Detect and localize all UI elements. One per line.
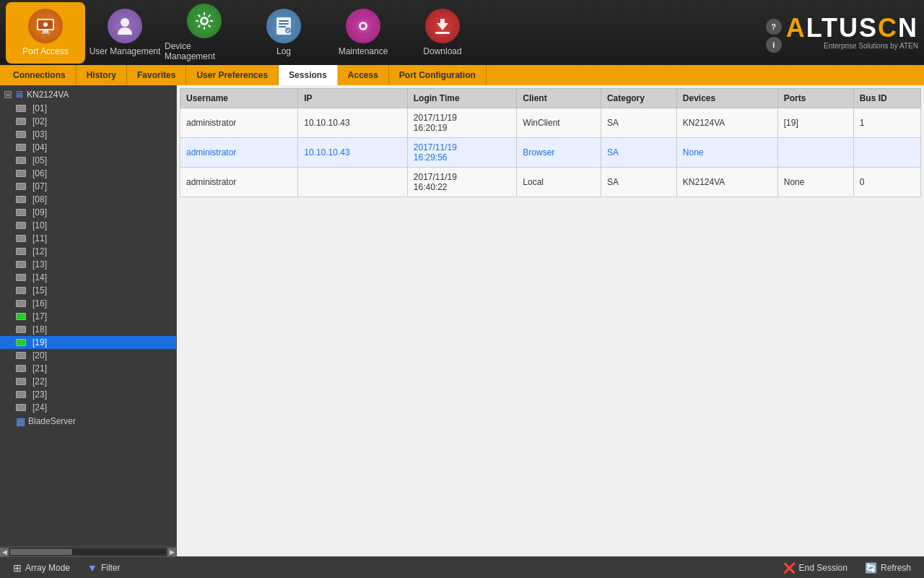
svg-rect-4 [41,33,50,34]
cell-bus-id: 0 [853,168,920,197]
col-header-busid: Bus ID [853,89,920,108]
sidebar-port-16[interactable]: [16] [0,297,176,310]
toolbar-port-access[interactable]: Port Access [6,2,85,64]
sidebar-port-22[interactable]: [22] [0,375,176,388]
log-icon [266,9,301,43]
user-mgmt-icon [108,9,142,43]
port-monitor-icon [16,235,26,242]
sidebar-port-10[interactable]: [10] [0,219,176,232]
sidebar: − 🖥 KN2124VA [01][02][03][04][05][06][07… [0,85,177,556]
nav-tabs: Connections History Favorites User Prefe… [0,65,924,85]
port-monitor-icon [16,183,26,190]
table-row[interactable]: administrator2017/11/1916:40:22LocalSAKN… [180,168,921,197]
scroll-right-btn[interactable]: ▶ [167,548,176,556]
sidebar-port-24[interactable]: [24] [0,401,176,414]
port-label: [24] [32,402,47,413]
sidebar-port-04[interactable]: [04] [0,141,176,154]
sidebar-root-device[interactable]: − 🖥 KN2124VA [0,87,176,102]
svg-point-5 [121,18,129,27]
toolbar-download[interactable]: Download [403,2,482,64]
sidebar-port-20[interactable]: [20] [0,349,176,362]
port-monitor-icon [16,404,26,411]
cell-login-time: 2017/11/1916:40:22 [407,168,517,197]
refresh-label: Refresh [881,563,911,573]
sidebar-port-17[interactable]: [17] [0,310,176,323]
sidebar-port-15[interactable]: [15] [0,284,176,297]
help-button[interactable]: ? [766,19,782,35]
scroll-left-btn[interactable]: ◀ [0,548,9,556]
sidebar-port-05[interactable]: [05] [0,154,176,167]
port-monitor-icon [16,261,26,268]
sidebar-blade-server[interactable]: ▦ BladeServer [0,414,176,428]
filter-label: Filter [101,563,121,573]
sidebar-port-09[interactable]: [09] [0,206,176,219]
port-monitor-icon [16,144,26,151]
tab-sessions[interactable]: Sessions [279,65,338,85]
cell-username: administrator [180,108,298,138]
table-row[interactable]: administrator10.10.10.432017/11/1916:29:… [180,138,921,168]
brand-tagline: Enterprise Solutions by ATEN [824,42,918,50]
col-header-ports: Ports [777,89,853,108]
cell-devices[interactable]: None [676,138,777,168]
sessions-table-wrapper: Username IP Login Time Client Category D… [177,85,924,556]
refresh-icon: 🔄 [865,562,877,574]
collapse-icon[interactable]: − [4,91,12,98]
info-button[interactable]: i [766,37,782,53]
sidebar-port-23[interactable]: [23] [0,388,176,401]
toolbar-device-management[interactable]: Device Management [165,2,244,64]
cell-client[interactable]: Browser [517,138,601,168]
filter-icon: ▼ [87,562,97,574]
svg-marker-16 [437,19,448,30]
cell-username[interactable]: administrator [180,138,298,168]
port-monitor-icon [16,105,26,112]
port-label: [07] [32,181,47,191]
port-label: [04] [32,142,47,152]
cell-category[interactable]: SA [601,138,676,168]
brand-logo-area: ALTUSCN Enterprise Solutions by ATEN [786,13,918,50]
tab-port-configuration[interactable]: Port Configuration [389,65,487,85]
toolbar-log[interactable]: Log [244,2,323,64]
maintenance-icon [346,9,380,43]
port-label: [02] [32,116,47,126]
sessions-table: Username IP Login Time Client Category D… [180,88,921,197]
sidebar-port-19[interactable]: [19] [0,336,176,349]
port-label: [11] [32,233,47,243]
toolbar-maintenance[interactable]: Maintenance [323,2,403,64]
port-monitor-icon [16,274,26,281]
sidebar-port-14[interactable]: [14] [0,271,176,284]
sidebar-port-11[interactable]: [11] [0,232,176,245]
device-mgmt-icon [187,4,222,38]
main-area: − 🖥 KN2124VA [01][02][03][04][05][06][07… [0,85,924,556]
array-mode-button[interactable]: ⊞ Array Mode [9,560,74,576]
tab-connections[interactable]: Connections [3,65,77,85]
log-label: Log [276,46,291,56]
sidebar-port-18[interactable]: [18] [0,323,176,336]
sidebar-port-03[interactable]: [03] [0,128,176,141]
sidebar-port-13[interactable]: [13] [0,258,176,271]
port-label: [20] [32,350,47,361]
sidebar-port-21[interactable]: [21] [0,362,176,375]
col-header-devices: Devices [676,89,777,108]
tab-history[interactable]: History [77,65,127,85]
end-session-button[interactable]: ❌ End Session [779,560,852,576]
svg-rect-9 [279,20,289,22]
sidebar-port-07[interactable]: [07] [0,180,176,193]
filter-button[interactable]: ▼ Filter [83,560,125,576]
refresh-button[interactable]: 🔄 Refresh [860,560,915,576]
port-label: [18] [32,324,47,335]
table-row[interactable]: administrator10.10.10.432017/11/1916:20:… [180,108,921,138]
tab-favorites[interactable]: Favorites [127,65,186,85]
tab-access[interactable]: Access [338,65,389,85]
sidebar-port-02[interactable]: [02] [0,115,176,128]
sidebar-port-08[interactable]: [08] [0,193,176,206]
cell-ports: [19] [777,108,853,138]
sidebar-port-01[interactable]: [01] [0,102,176,115]
port-label: [15] [32,285,47,296]
tab-user-preferences[interactable]: User Preferences [186,65,279,85]
col-header-username: Username [180,89,298,108]
cell-ip[interactable]: 10.10.10.43 [298,138,408,168]
sidebar-port-06[interactable]: [06] [0,167,176,180]
sidebar-port-12[interactable]: [12] [0,245,176,258]
svg-rect-11 [279,26,286,27]
toolbar-user-management[interactable]: User Management [85,2,165,64]
